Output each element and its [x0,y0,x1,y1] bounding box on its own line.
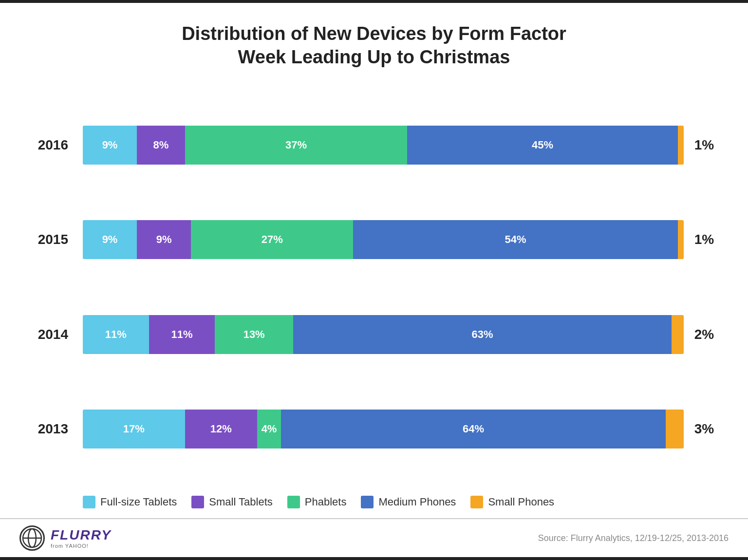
legend-label-full_tablet: Full-size Tablets [100,496,177,508]
bar-segment-phablet: 37% [185,126,408,165]
bar-container: 9%8%37%45% [83,126,684,165]
bar-segment-small_tablet: 8% [137,126,185,165]
legend-item-small_phone: Small Phones [470,496,554,508]
bar-row: 20159%9%27%54%1% [29,220,719,259]
title-line1: Distribution of New Devices by Form Fact… [182,23,566,44]
legend-swatch-small_tablet [191,496,204,508]
title-block: Distribution of New Devices by Form Fact… [29,22,719,69]
legend-item-small_tablet: Small Tablets [191,496,272,508]
flurry-yahoo: from YAHOO! [51,543,112,549]
legend-swatch-small_phone [470,496,483,508]
bar-segment-full_tablet: 9% [83,220,137,259]
legend-label-small_tablet: Small Tablets [209,496,272,508]
small-phone-label: 1% [690,137,719,153]
bar-segment-phablet: 4% [257,410,281,448]
year-label: 2015 [29,232,68,247]
bar-segment-small_phone [678,220,684,259]
flurry-wordmark: FLURRY [51,527,112,543]
small-phone-label: 1% [690,232,719,247]
bar-segment-small_phone [672,315,684,354]
bar-segment-small_tablet: 12% [185,410,257,448]
legend-item-full_tablet: Full-size Tablets [83,496,177,508]
footer: FLURRY from YAHOO! Source: Flurry Analyt… [0,518,748,557]
bar-segment-medium_phone: 54% [353,220,677,259]
bar-segment-full_tablet: 11% [83,315,149,354]
source-text: Source: Flurry Analytics, 12/19-12/25, 2… [538,533,729,543]
bar-container: 9%9%27%54% [83,220,684,259]
title-line2: Week Leading Up to Christmas [238,47,510,67]
legend-label-small_phone: Small Phones [488,496,554,508]
flurry-text-block: FLURRY from YAHOO! [51,527,112,549]
small-phone-label: 3% [690,421,719,437]
legend-item-medium_phone: Medium Phones [361,496,456,508]
legend-swatch-medium_phone [361,496,374,508]
bar-row: 20169%8%37%45%1% [29,126,719,165]
bar-segment-small_tablet: 9% [137,220,191,259]
main-content: Distribution of New Devices by Form Fact… [0,3,748,518]
year-label: 2016 [29,137,68,153]
bar-row: 201411%11%13%63%2% [29,315,719,354]
bar-segment-full_tablet: 9% [83,126,137,165]
bar-row: 201317%12%4%64%3% [29,410,719,448]
bar-segment-medium_phone: 64% [281,410,666,448]
bar-segment-small_phone [678,126,684,165]
legend-label-phablet: Phablets [305,496,347,508]
chart-title: Distribution of New Devices by Form Fact… [29,22,719,69]
year-label: 2013 [29,421,68,437]
bar-segment-phablet: 13% [215,315,293,354]
bar-container: 17%12%4%64% [83,410,684,448]
legend: Full-size TabletsSmall TabletsPhabletsMe… [29,496,719,508]
flurry-logo: FLURRY from YAHOO! [19,525,112,551]
legend-item-phablet: Phablets [287,496,347,508]
small-phone-label: 2% [690,327,719,342]
legend-swatch-full_tablet [83,496,95,508]
chart-area: 20169%8%37%45%1%20159%9%27%54%1%201411%1… [29,93,719,481]
flurry-circle-icon [19,525,45,551]
bar-segment-small_tablet: 11% [149,315,215,354]
legend-swatch-phablet [287,496,300,508]
year-label: 2014 [29,327,68,342]
bar-segment-full_tablet: 17% [83,410,185,448]
legend-label-medium_phone: Medium Phones [378,496,456,508]
bar-container: 11%11%13%63% [83,315,684,354]
bar-segment-small_phone [666,410,684,448]
bar-segment-medium_phone: 63% [293,315,672,354]
bar-segment-medium_phone: 45% [407,126,677,165]
bar-segment-phablet: 27% [191,220,353,259]
